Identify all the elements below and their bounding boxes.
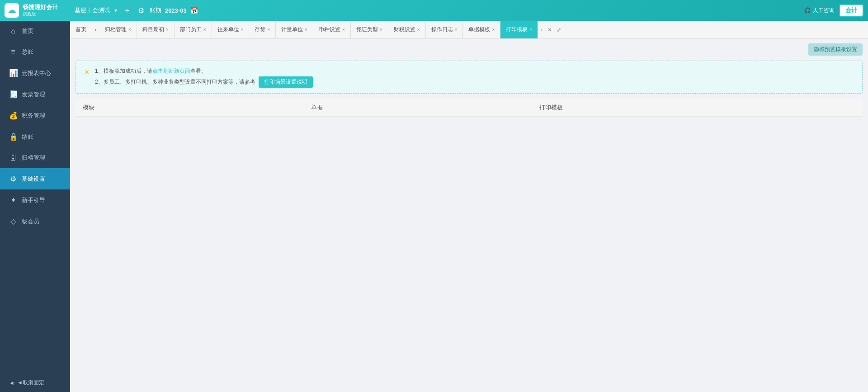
col-form: 单据 — [304, 99, 532, 117]
sidebar-item-home[interactable]: ⌂ 首页 — [0, 21, 70, 42]
settings-sidebar-icon: ⚙ — [9, 175, 17, 183]
sidebar-item-archive[interactable]: 🗄 归档管理 — [0, 147, 70, 168]
tab-close-archive[interactable]: × — [128, 27, 131, 32]
tab-close-units[interactable]: × — [305, 27, 307, 32]
unpin-label: ◄取消固定 — [17, 379, 44, 387]
sidebar-item-member[interactable]: ◇ 畅会员 — [0, 211, 70, 232]
sidebar-item-reports[interactable]: 📊 云报表中心 — [0, 62, 70, 84]
unpin-sidebar-button[interactable]: ◄ ◄取消固定 — [0, 373, 70, 392]
sidebar-item-invoice[interactable]: 🧾 发票管理 — [0, 84, 70, 105]
settings-icon[interactable]: ⚙ — [136, 5, 146, 16]
logo-sub-text: 旗舰版 — [23, 11, 58, 17]
sidebar-item-label: 结账 — [22, 133, 33, 141]
tab-home[interactable]: 首页 — [70, 21, 92, 38]
logo-icon: ☁ — [5, 3, 19, 18]
content-area: 首页 ‹ 归档管理 × 科目期初 × 部门员工 × 往来单位 × 存货 × — [70, 21, 868, 392]
notice-text-area: 1、模板添加成功后，请点击刷新新页面查看。 2、多员工、多打印机、多种业务类型设… — [95, 66, 855, 88]
sidebar-item-label: 总账 — [22, 48, 33, 56]
company-dropdown-icon[interactable]: ▼ — [113, 8, 118, 13]
ledger-icon: ≡ — [9, 48, 17, 56]
logo-main-text: 畅捷通好会计 — [23, 4, 58, 11]
tab-currency[interactable]: 币种设置 × — [313, 21, 351, 38]
sidebar-item-tax[interactable]: 💰 税务管理 — [0, 105, 70, 126]
invoice-icon: 🧾 — [9, 90, 17, 99]
hide-template-button[interactable]: 隐藏预置模板设置 — [808, 43, 863, 56]
header-middle: 基层工会测试 ▼ ＋ ⚙ 账期 2023-03 📅 — [75, 5, 804, 16]
tab-close-all[interactable]: × — [545, 21, 554, 38]
archive-icon: 🗄 — [9, 154, 17, 162]
tab-voucher-type[interactable]: 凭证类型 × — [351, 21, 388, 38]
tab-nav-left[interactable]: ‹ — [92, 21, 99, 38]
tab-archive[interactable]: 归档管理 × — [99, 21, 137, 38]
member-icon: ◇ — [9, 217, 17, 226]
col-print-template: 打印模板 — [532, 99, 863, 117]
sidebar-item-label: 云报表中心 — [22, 69, 51, 77]
header-right: 🎧 人工咨询 会计 — [804, 4, 863, 17]
tab-maximize[interactable]: ⤢ — [554, 21, 564, 38]
sidebar-item-guide[interactable]: ✦ 新手引导 — [0, 189, 70, 211]
company-name: 基层工会测试 — [75, 6, 110, 14]
tab-close-currency[interactable]: × — [342, 27, 345, 32]
sidebar-item-label: 归档管理 — [22, 154, 45, 162]
account-button[interactable]: 会计 — [839, 4, 863, 17]
notice-line-1: 1、模板添加成功后，请点击刷新新页面查看。 — [95, 66, 855, 76]
col-module: 模块 — [75, 99, 304, 117]
tab-print-template[interactable]: 打印模板 × — [500, 21, 538, 38]
tab-bar: 首页 ‹ 归档管理 × 科目期初 × 部门员工 × 往来单位 × 存货 × — [70, 21, 868, 39]
home-icon: ⌂ — [9, 27, 17, 35]
tab-operation-log[interactable]: 操作日志 × — [426, 21, 463, 38]
print-template-table: 模块 单据 打印模板 — [75, 99, 863, 117]
unpin-icon: ◄ — [9, 380, 14, 386]
tax-icon: 💰 — [9, 111, 17, 120]
sidebar-item-label: 发票管理 — [22, 90, 45, 99]
sidebar-item-label: 畅会员 — [22, 217, 39, 226]
guide-icon: ✦ — [9, 196, 17, 204]
tab-tax-settings[interactable]: 财税设置 × — [388, 21, 426, 38]
tab-close-single-form[interactable]: × — [492, 27, 495, 32]
help-button[interactable]: 🎧 人工咨询 — [804, 7, 835, 14]
page-content: 隐藏预置模板设置 ☀ 1、模板添加成功后，请点击刷新新页面查看。 2、多员工、多… — [70, 39, 868, 392]
sidebar-item-label: 新手引导 — [22, 196, 45, 204]
tab-close-operation-log[interactable]: × — [455, 27, 458, 32]
refresh-link[interactable]: 点击刷新新页面 — [152, 68, 190, 74]
logo-area: ☁ 畅捷通好会计 旗舰版 — [5, 3, 75, 18]
tab-department[interactable]: 部门员工 × — [175, 21, 212, 38]
tab-single-form[interactable]: 单据模板 × — [463, 21, 500, 38]
sidebar: ⌂ 首页 ≡ 总账 📊 云报表中心 🧾 发票管理 💰 税务管理 🔒 结账 🗄 归… — [0, 21, 70, 392]
tab-nav-right[interactable]: › — [538, 21, 545, 38]
tab-units[interactable]: 计量单位 × — [276, 21, 313, 38]
sidebar-item-label: 税务管理 — [22, 112, 45, 120]
add-tab-button[interactable]: ＋ — [122, 5, 132, 16]
top-bar: ☁ 畅捷通好会计 旗舰版 基层工会测试 ▼ ＋ ⚙ 账期 2023-03 📅 🎧… — [0, 0, 868, 21]
tab-close-department[interactable]: × — [203, 27, 206, 32]
sidebar-item-closing[interactable]: 🔒 结账 — [0, 126, 70, 147]
tab-close-print-template[interactable]: × — [529, 27, 532, 32]
tab-close-inventory[interactable]: × — [267, 27, 270, 32]
tab-close-voucher-type[interactable]: × — [380, 27, 382, 32]
logo-text: 畅捷通好会计 旗舰版 — [23, 4, 58, 17]
tab-close-subjects[interactable]: × — [166, 27, 169, 32]
tab-close-tax-settings[interactable]: × — [417, 27, 420, 32]
closing-icon: 🔒 — [9, 132, 17, 141]
sidebar-item-settings[interactable]: ⚙ 基础设置 — [0, 168, 70, 189]
calendar-icon[interactable]: 📅 — [190, 7, 198, 14]
tab-customers[interactable]: 往来单位 × — [212, 21, 250, 38]
sidebar-item-label: 基础设置 — [22, 175, 45, 183]
print-scene-button[interactable]: 打印场景设置说明 — [259, 76, 313, 88]
tab-inventory[interactable]: 存货 × — [249, 21, 276, 38]
period-value: 2023-03 — [165, 7, 187, 14]
tab-subjects[interactable]: 科目期初 × — [137, 21, 175, 38]
main-layout: ⌂ 首页 ≡ 总账 📊 云报表中心 🧾 发票管理 💰 税务管理 🔒 结账 🗄 归… — [0, 21, 868, 392]
headset-icon: 🎧 — [804, 7, 811, 14]
sidebar-item-ledger[interactable]: ≡ 总账 — [0, 42, 70, 62]
tab-close-customers[interactable]: × — [241, 27, 244, 32]
reports-icon: 📊 — [9, 69, 17, 77]
notice-box: ☀ 1、模板添加成功后，请点击刷新新页面查看。 2、多员工、多打印机、多种业务类… — [75, 61, 863, 94]
period-label: 账期 — [150, 6, 161, 14]
notice-line-2: 2、多员工、多打印机、多种业务类型设置不同打印方案等，请参考 打印场景设置说明 — [95, 76, 855, 88]
bulb-icon: ☀ — [83, 67, 90, 77]
sidebar-item-label: 首页 — [22, 27, 33, 35]
